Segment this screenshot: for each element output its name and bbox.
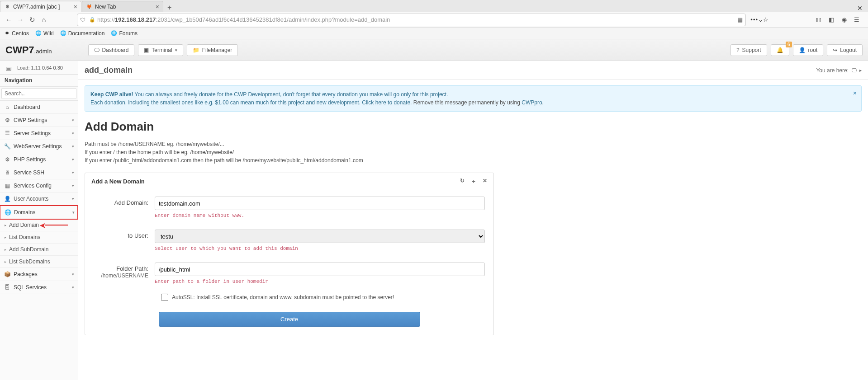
expand-icon[interactable]: ＋ xyxy=(471,178,476,185)
chevron-down-icon: ▾ xyxy=(72,131,74,136)
filemanager-button[interactable]: 📁FileManager xyxy=(187,44,238,56)
new-tab-button[interactable]: + xyxy=(164,4,175,12)
sidebar-item-sql-services[interactable]: 🗄SQL Services▾ xyxy=(0,281,78,294)
donate-link[interactable]: Click here to donate xyxy=(362,99,410,106)
library-icon[interactable]: ⫿⫿ xyxy=(814,16,824,23)
monitor-icon: 🖵 xyxy=(94,47,100,53)
user-button[interactable]: 👤root xyxy=(793,44,824,56)
load-indicator: 🖴 Load: 1.11 0.64 0.30 xyxy=(0,61,78,75)
chevron-down-icon: ▾ xyxy=(72,118,74,122)
autossl-checkbox[interactable] xyxy=(161,294,168,301)
back-button[interactable]: ← xyxy=(3,14,14,26)
chevron-down-icon: ▾ xyxy=(72,144,74,149)
browser-tab-strip: ⚙ CWP7.admin [abc ] × 🦊 New Tab × + ✕ xyxy=(0,0,868,12)
search-input[interactable] xyxy=(1,88,76,99)
gear-icon: ⚙ xyxy=(4,117,11,123)
browser-toolbar: ← → ↻ ⌂ 🛡 🔒 https://192.168.18.217:2031/… xyxy=(0,12,868,28)
monitor-icon[interactable]: 🖵 xyxy=(851,67,857,74)
sidebar-item-packages[interactable]: 📦Packages▾ xyxy=(0,268,78,281)
forward-button[interactable]: → xyxy=(14,14,26,26)
window-close-icon[interactable]: ✕ xyxy=(852,5,868,12)
alert-donate: × Keep CWP alive! You can always and fre… xyxy=(85,85,862,112)
page-slug: add_domain xyxy=(85,66,133,75)
bookmark-forums[interactable]: 🌐Forums xyxy=(111,30,138,37)
chevron-down-icon: ▾ xyxy=(72,183,74,188)
shield-icon[interactable]: 🛡 xyxy=(80,17,87,23)
refresh-icon[interactable]: ↻ xyxy=(460,178,465,185)
home-icon: ⌂ xyxy=(4,104,11,110)
star-icon[interactable]: ☆ xyxy=(763,16,768,23)
sidebar-item-services-config[interactable]: ▦Services Config▾ xyxy=(0,179,78,192)
reload-button[interactable]: ↻ xyxy=(26,14,38,26)
folder-input[interactable] xyxy=(155,263,485,276)
support-button[interactable]: ?Support xyxy=(730,44,767,56)
chevron-down-icon: ▾ xyxy=(72,157,74,162)
disk-icon: 🖴 xyxy=(0,64,17,71)
gears-icon: ⚙ xyxy=(4,156,11,163)
sidebar-subitem-add-subdomain[interactable]: ▸Add SubDomain xyxy=(0,244,78,256)
chevron-down-icon: ▾ xyxy=(72,197,74,201)
user-hint: Select user to which you want to add thi… xyxy=(155,246,487,251)
sidebar-item-service-ssh[interactable]: 🖥Service SSH▾ xyxy=(0,166,78,179)
main-content: add_domain You are here: 🖵 ▸ × Keep CWP … xyxy=(78,61,868,380)
sidebar-item-cwp-settings[interactable]: ⚙CWP Settings▾ xyxy=(0,114,78,127)
reader-view-icon[interactable]: ▤ xyxy=(737,16,743,23)
wrench-icon: 🔧 xyxy=(4,143,11,150)
sidebar-item-php-settings[interactable]: ⚙PHP Settings▾ xyxy=(0,153,78,166)
form-row-folder: Folder Path: /home/USERNAME Enter path t… xyxy=(85,256,493,289)
sidebar-subitem-list-subdomains[interactable]: ▸List SubDomains xyxy=(0,256,78,268)
pocket-icon[interactable]: ⌄ xyxy=(758,16,763,23)
list-icon: ☰ xyxy=(4,130,11,136)
profile-icon[interactable]: ◉ xyxy=(839,16,849,23)
form-row-user: to User: testu Select user to which you … xyxy=(85,223,493,256)
bookmark-documentation[interactable]: 🌐Documentation xyxy=(60,30,105,37)
notifications-button[interactable]: 🔔 6 xyxy=(771,44,789,56)
sidebar-item-dashboard[interactable]: ⌂Dashboard xyxy=(0,101,78,114)
logout-icon: ↪ xyxy=(833,47,837,53)
menu-icon[interactable]: ☰ xyxy=(852,16,862,23)
logout-button[interactable]: ↪Logout xyxy=(827,44,863,56)
close-icon[interactable]: × xyxy=(74,3,77,10)
sidebar-search xyxy=(0,87,78,101)
close-icon[interactable]: ✕ xyxy=(483,178,487,185)
user-icon: 👤 xyxy=(799,47,806,53)
terminal-button[interactable]: ▣Terminal▾ xyxy=(138,44,183,56)
to-user-label: to User: xyxy=(91,230,155,239)
sidebar-item-webserver-settings[interactable]: 🔧WebServer Settings▾ xyxy=(0,140,78,153)
user-icon: 👤 xyxy=(4,196,11,202)
bullet-icon: ▸ xyxy=(5,248,6,252)
globe-icon: 🌐 xyxy=(111,30,117,37)
lock-icon[interactable]: 🔒 xyxy=(89,17,96,23)
sidebar-item-user-accounts[interactable]: 👤User Accounts▾ xyxy=(0,192,78,206)
more-icon[interactable]: ••• xyxy=(750,16,758,23)
browser-tab-inactive[interactable]: 🦊 New Tab × xyxy=(82,1,163,12)
dashboard-button[interactable]: 🖵Dashboard xyxy=(88,44,135,56)
url-bar[interactable]: 🛡 🔒 https://192.168.18.217:2031/cwp_1b50… xyxy=(77,14,746,26)
sidebar-subitem-list-domains[interactable]: ▸List Domains xyxy=(0,231,78,244)
breadcrumb: add_domain You are here: 🖵 ▸ xyxy=(78,61,868,80)
bullet-icon: ▸ xyxy=(5,235,6,239)
folder-label: Folder Path: /home/USERNAME xyxy=(91,263,155,279)
tab-favicon: ⚙ xyxy=(4,4,10,10)
add-domain-panel: Add a New Domain ↻ ＋ ✕ Add Domain: xyxy=(85,173,494,335)
close-icon[interactable]: × xyxy=(156,3,159,10)
browser-tab-active[interactable]: ⚙ CWP7.admin [abc ] × xyxy=(0,1,81,12)
domain-input[interactable] xyxy=(155,197,485,210)
bookmark-centos[interactable]: ✹Centos xyxy=(4,30,29,37)
app-header: CWP7.admin 🖵Dashboard ▣Terminal▾ 📁FileMa… xyxy=(0,39,868,61)
bell-icon: 🔔 xyxy=(777,47,783,53)
package-icon: 📦 xyxy=(4,271,11,277)
sidebar-icon[interactable]: ◧ xyxy=(826,16,836,23)
grid-icon: ▦ xyxy=(4,183,11,189)
cwppro-link[interactable]: CWPpro xyxy=(522,99,542,106)
chevron-down-icon: ▾ xyxy=(72,170,74,175)
sidebar-item-domains[interactable]: 🌐Domains▾ xyxy=(0,205,78,220)
sidebar-item-server-settings[interactable]: ☰Server Settings▾ xyxy=(0,127,78,140)
bookmark-wiki[interactable]: 🌐Wiki xyxy=(35,30,54,37)
user-select[interactable]: testu xyxy=(155,230,485,243)
nav-heading: Navigation xyxy=(0,75,78,87)
close-icon[interactable]: × xyxy=(853,89,857,98)
tab-title: CWP7.admin [abc ] xyxy=(13,4,60,10)
home-button[interactable]: ⌂ xyxy=(38,14,50,26)
create-button[interactable]: Create xyxy=(159,312,420,327)
